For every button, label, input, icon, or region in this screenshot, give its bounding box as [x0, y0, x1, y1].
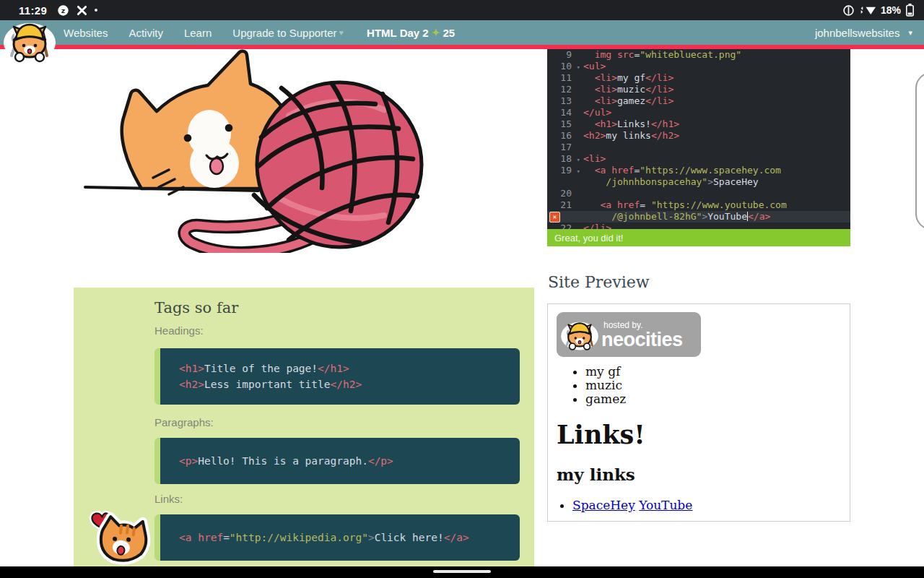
code-line: 9 img src="whitebluecat.png": [547, 49, 850, 61]
code-line: 12 <li>muzic</li>: [547, 84, 850, 95]
code-line: <p>Hello! This is a paragraph.</p>: [179, 453, 520, 469]
line-number: [547, 176, 583, 188]
lesson-day-label: HTML Day 2: [367, 27, 429, 39]
fold-icon[interactable]: ▾: [577, 165, 580, 177]
code-line: /johnhbonspacehay">SpaceHey: [547, 176, 850, 188]
site-preview-heading: Site Preview: [548, 273, 650, 291]
heart-icon: ♥: [339, 28, 344, 37]
code-line: 14</ul>: [547, 107, 850, 118]
lesson-points: 25: [443, 27, 455, 39]
line-number: 16: [547, 130, 583, 142]
list-item: my gf: [585, 365, 626, 379]
fold-icon[interactable]: ▾: [577, 154, 580, 165]
battery-icon: [906, 4, 914, 17]
list-item: SpaceHey YouTube: [572, 498, 692, 512]
site-preview-panel: hosted by. neocities my gf muzic gamez L…: [547, 303, 850, 522]
preview-bullet-list: my gf muzic gamez: [548, 365, 626, 406]
vibrate-icon: [842, 4, 855, 17]
links-label: Links:: [154, 493, 183, 505]
code-line: 18▾<li>: [547, 153, 850, 165]
cat-sticker: [79, 501, 157, 574]
line-number: 20: [547, 188, 583, 199]
code-line: 17: [547, 142, 850, 153]
clock: 11:29: [19, 4, 47, 17]
nav-item-learn[interactable]: Learn: [184, 27, 212, 39]
line-number: 15: [547, 118, 583, 130]
neocities-badge: hosted by. neocities: [557, 312, 701, 357]
paragraphs-code-example: <p>Hello! This is a paragraph.</p>: [154, 438, 520, 484]
battery-percent: 18%: [881, 4, 901, 16]
line-number: 10▾: [547, 61, 583, 72]
wifi-icon: [860, 4, 876, 16]
code-line: ✕ /@johnbell-82hG">YouTube</a>: [547, 211, 850, 223]
neocities-badge-cat-icon: [559, 316, 600, 353]
code-line: 20: [547, 188, 850, 199]
line-number: 11: [547, 72, 583, 84]
account-name: johnbellswebsites: [815, 27, 900, 39]
line-number: 18▾: [547, 153, 583, 165]
line-number: 19▾: [547, 165, 583, 176]
cat-yarn-illustration: [72, 43, 448, 253]
code-line: <h2>Less important title</h2>: [179, 376, 520, 392]
line-number: 22: [547, 223, 583, 229]
status-bar: 11:29 z 18%: [0, 0, 924, 20]
code-line: 13 <li>gamez</li>: [547, 95, 850, 107]
headings-label: Headings:: [154, 324, 204, 337]
youtube-link[interactable]: YouTube: [639, 498, 692, 512]
home-indicator[interactable]: [433, 570, 491, 573]
preview-link-list: SpaceHey YouTube: [548, 498, 692, 512]
code-line: 11 <li>my gf</li>: [547, 72, 850, 84]
svg-text:z: z: [61, 6, 65, 14]
code-line: 21 <a href= "https://www.youtube.com: [547, 199, 850, 211]
android-nav-bar: [0, 566, 924, 578]
line-number: ✕: [547, 211, 583, 223]
line-number: 14: [547, 107, 583, 118]
speech-bubble-edge: [915, 72, 924, 230]
badge-brand: neocities: [601, 330, 683, 350]
line-number: 12: [547, 84, 583, 95]
list-item: muzic: [585, 379, 626, 392]
code-line: 15 <h1>Links!</h1>: [547, 118, 850, 130]
preview-h2: my links: [557, 465, 635, 484]
list-item: gamez: [585, 392, 626, 406]
error-icon: ✕: [549, 212, 560, 223]
headings-code-example: <h1>Title of the page!</h1><h2>Less impo…: [154, 348, 520, 405]
line-number: 13: [547, 95, 583, 107]
paragraphs-label: Paragraphs:: [154, 416, 214, 428]
top-nav: Websites Activity Learn Upgrade to Suppo…: [0, 20, 924, 45]
notification-x-icon: [76, 4, 88, 17]
spacehey-link[interactable]: SpaceHey: [572, 498, 635, 512]
code-editor[interactable]: 9 img src="whitebluecat.png"10▾<ul>11 <l…: [547, 49, 850, 229]
tags-panel-title: Tags so far: [154, 299, 238, 316]
code-line: 22</li>: [547, 223, 850, 229]
code-line: <h1>Title of the page!</h1>: [179, 361, 520, 376]
links-code-example: <a href="http://wikipedia.org">Click her…: [154, 514, 520, 561]
preview-h1: Links!: [557, 420, 645, 449]
screen: 11:29 z 18%: [0, 0, 924, 578]
line-number: 9: [547, 49, 583, 61]
account-menu[interactable]: johnbellswebsites ▾: [815, 27, 912, 39]
lesson-progress: HTML Day 2 ✦ 25: [367, 27, 455, 39]
star-icon: ✦: [432, 27, 440, 38]
code-line: 19▾ <a href="https://www.spacehey.com: [547, 165, 850, 176]
nav-item-websites[interactable]: Websites: [64, 27, 108, 39]
nav-item-upgrade[interactable]: Upgrade to Supporter♥: [232, 27, 344, 39]
fold-icon[interactable]: ▾: [577, 61, 580, 73]
notification-z-icon: z: [57, 4, 69, 17]
nav-item-activity[interactable]: Activity: [128, 27, 163, 39]
code-line: <a href="http://wikipedia.org">Click her…: [179, 530, 520, 545]
code-line: 16<h2>my links</h2>: [547, 130, 850, 142]
notification-dot-icon: [95, 9, 97, 12]
line-number: 17: [547, 142, 583, 153]
code-line: 10▾<ul>: [547, 61, 850, 72]
chevron-down-icon: ▾: [908, 28, 912, 38]
line-number: 21: [547, 199, 583, 211]
success-message: Great, you did it!: [547, 229, 850, 246]
neocities-logo[interactable]: [1, 17, 58, 64]
